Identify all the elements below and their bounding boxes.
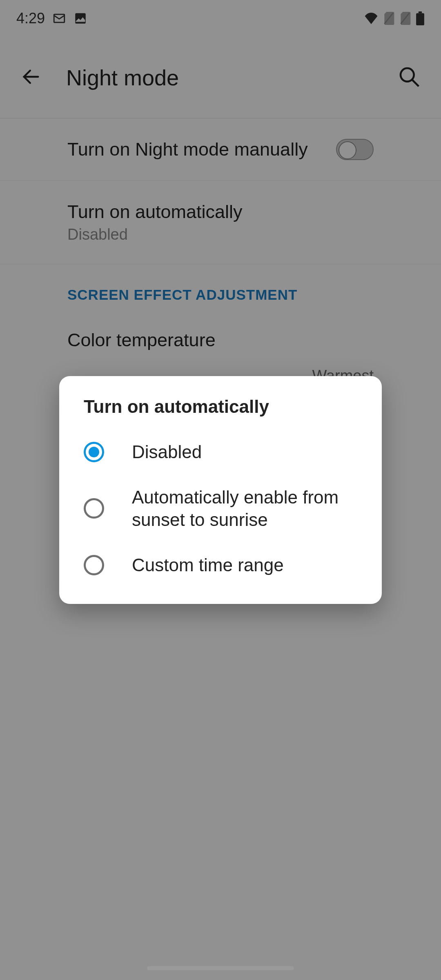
radio-icon — [84, 442, 104, 462]
radio-option-custom-time[interactable]: Custom time range — [59, 542, 382, 588]
radio-option-sunset-sunrise[interactable]: Automatically enable from sunset to sunr… — [59, 474, 382, 542]
radio-icon — [84, 498, 104, 519]
radio-label: Disabled — [132, 441, 202, 463]
radio-label: Custom time range — [132, 554, 284, 576]
radio-icon — [84, 555, 104, 575]
modal-scrim[interactable]: Turn on automatically Disabled Automatic… — [0, 0, 441, 980]
turn-on-automatically-dialog: Turn on automatically Disabled Automatic… — [59, 376, 382, 604]
radio-label: Automatically enable from sunset to sunr… — [132, 486, 357, 531]
navigation-bar-indicator[interactable] — [147, 966, 294, 970]
radio-option-disabled[interactable]: Disabled — [59, 429, 382, 474]
dialog-title: Turn on automatically — [59, 396, 382, 429]
